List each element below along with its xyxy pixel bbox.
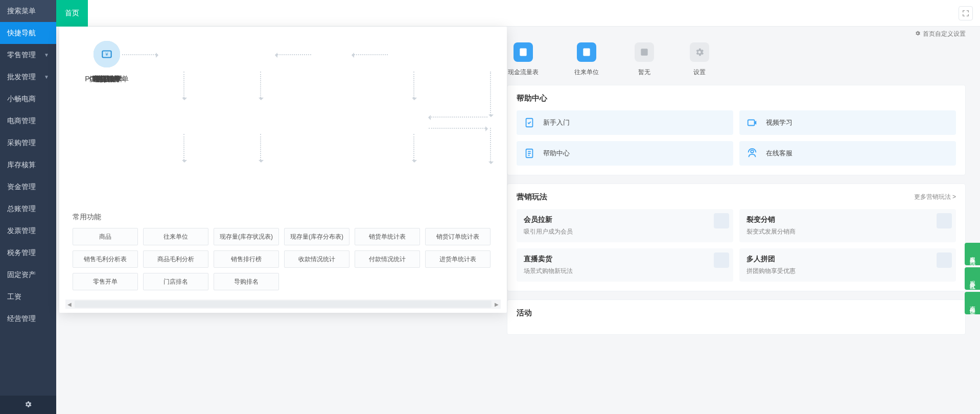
help-icon [524, 117, 535, 128]
sidebar-item-3[interactable]: 批发管理▼ [0, 66, 56, 88]
activity-title: 活动 [517, 308, 532, 318]
common-fn-0[interactable]: 商品 [73, 228, 138, 245]
common-fn-5[interactable]: 销货订单统计表 [425, 228, 491, 245]
common-fn-13[interactable]: 门店排名 [143, 273, 208, 290]
chevron-down-icon: ▼ [44, 52, 49, 58]
arrow [429, 117, 487, 118]
help-label: 新手入门 [543, 118, 570, 127]
common-fn-4[interactable]: 销货单统计表 [355, 228, 420, 245]
marketing-item-3[interactable]: 多人拼团拼团购物享受优惠 [739, 248, 956, 282]
help-icon [524, 148, 535, 159]
common-fn-8[interactable]: 销售排行榜 [214, 250, 279, 268]
marketing-item-0[interactable]: 会员拉新吸引用户成为会员 [517, 209, 733, 242]
svg-rect-24 [748, 120, 755, 126]
marketing-card: 营销玩法 更多营销玩法 > 会员拉新吸引用户成为会员裂变分销裂变式发展分销商直播… [507, 183, 966, 291]
right-panels: 首页自定义设置 现金流量表往来单位暂无设置 帮助中心 新手入门视频学习帮助中心在… [507, 30, 966, 335]
svg-text:¥: ¥ [105, 51, 108, 57]
help-icon [746, 117, 758, 128]
arrow [260, 134, 261, 162]
svg-rect-20 [520, 49, 526, 56]
help-center-title: 帮助中心 [517, 94, 547, 103]
arrow [183, 134, 184, 162]
sidebar-item-1[interactable]: 快捷导航 [0, 22, 56, 44]
marketing-item-1[interactable]: 裂变分销裂变式发展分销商 [739, 209, 956, 242]
decoration [937, 252, 952, 268]
quick-item-0[interactable]: 现金流量表 [508, 42, 539, 77]
sidebar-item-label: 资金管理 [7, 182, 36, 192]
sidebar-item-label: 快捷导航 [7, 29, 36, 38]
float-btn-1[interactable]: 服务社区 [965, 267, 980, 290]
common-fn-2[interactable]: 现存量(库存状况表) [214, 228, 279, 245]
decoration [714, 213, 729, 228]
help-label: 视频学习 [766, 118, 792, 127]
decoration [937, 213, 952, 228]
sidebar-item-12[interactable]: 固定资产 [0, 264, 56, 286]
flyout-scrollbar[interactable]: ◀ ▶ [65, 300, 501, 309]
common-fn-10[interactable]: 付款情况统计 [355, 250, 420, 268]
quick-item-1[interactable]: 往来单位 [574, 42, 599, 77]
sidebar-item-0[interactable]: 搜索菜单 [0, 0, 56, 22]
sidebar-item-14[interactable]: 经营管理 [0, 308, 56, 330]
marketing-item-sub: 场景式购物新玩法 [524, 267, 726, 275]
svg-point-26 [751, 150, 754, 153]
float-buttons: 客服热线服务社区桌面快捷 [965, 243, 980, 314]
sidebar-item-8[interactable]: 资金管理 [0, 176, 56, 198]
fullscreen-button[interactable] [959, 6, 973, 20]
sidebar-item-label: 采购管理 [7, 139, 36, 148]
quick-item-3[interactable]: 设置 [690, 42, 709, 77]
quick-label: 往来单位 [574, 68, 599, 77]
sidebar-item-11[interactable]: 税务管理 [0, 242, 56, 264]
sidebar-item-9[interactable]: 总账管理 [0, 198, 56, 220]
arrow [352, 54, 388, 55]
sidebar-item-label: 固定资产 [7, 270, 36, 280]
sidebar-item-label: 发票管理 [7, 226, 36, 236]
scroll-track[interactable] [75, 301, 492, 308]
marketing-more-link[interactable]: 更多营销玩法 > [914, 193, 956, 201]
common-fn-9[interactable]: 收款情况统计 [284, 250, 349, 268]
marketing-item-sub: 裂变式发展分销商 [746, 227, 949, 236]
scroll-left-icon[interactable]: ◀ [65, 300, 74, 308]
tab-home[interactable]: 首页 [56, 0, 88, 27]
common-fn-12[interactable]: 零售开单 [73, 273, 138, 290]
common-fn-3[interactable]: 现存量(库存分布表) [284, 228, 349, 245]
quick-label: 暂无 [638, 68, 650, 77]
sidebar-item-7[interactable]: 库存核算 [0, 154, 56, 176]
common-fn-1[interactable]: 往来单位 [143, 228, 208, 245]
sidebar-item-label: 库存核算 [7, 160, 36, 170]
sidebar-item-10[interactable]: 发票管理 [0, 220, 56, 242]
sidebar-item-4[interactable]: 小畅电商 [0, 88, 56, 110]
help-item-0[interactable]: 新手入门 [517, 110, 733, 135]
float-btn-0[interactable]: 客服热线 [965, 243, 980, 265]
arrow [183, 72, 184, 100]
node-retail-settle[interactable]: ¥零售结算 [68, 41, 145, 84]
common-functions-grid: 商品往来单位现存量(库存状况表)现存量(库存分布表)销货单统计表销货订单统计表销… [68, 228, 498, 290]
help-item-1[interactable]: 视频学习 [739, 110, 956, 135]
float-btn-2[interactable]: 桌面快捷 [965, 292, 980, 314]
sidebar-item-2[interactable]: 零售管理▼ [0, 44, 56, 66]
flow-diagram: 进货订单 进货单 销货单 销售订单 商城订单 POS收银开单 ¥付款单 ¥收款单… [68, 41, 498, 210]
quick-item-2[interactable]: 暂无 [635, 42, 654, 77]
marketing-item-2[interactable]: 直播卖货场景式购物新玩法 [517, 248, 733, 282]
common-fn-6[interactable]: 销售毛利分析表 [73, 250, 138, 268]
common-functions-title: 常用功能 [73, 213, 498, 222]
arrow [260, 72, 261, 100]
common-fn-14[interactable]: 导购排名 [214, 273, 279, 290]
sidebar-item-13[interactable]: 工资 [0, 286, 56, 308]
sidebar-settings-button[interactable] [0, 396, 56, 414]
common-fn-11[interactable]: 进货单统计表 [425, 250, 491, 268]
quick-icon [577, 42, 596, 62]
quick-label: 现金流量表 [508, 68, 539, 77]
sidebar-item-6[interactable]: 采购管理 [0, 132, 56, 154]
help-item-2[interactable]: 帮助中心 [517, 141, 733, 166]
decoration [714, 252, 729, 268]
sidebar-item-label: 小畅电商 [7, 95, 36, 104]
gear-icon [24, 400, 32, 410]
marketing-item-sub: 拼团购物享受优惠 [746, 267, 949, 275]
homepage-custom-link[interactable]: 首页自定义设置 [507, 30, 966, 38]
help-item-3[interactable]: 在线客服 [739, 141, 956, 166]
sidebar-item-5[interactable]: 电商管理 [0, 110, 56, 132]
common-fn-7[interactable]: 商品毛利分析 [143, 250, 208, 268]
svg-rect-22 [641, 49, 647, 55]
scroll-right-icon[interactable]: ▶ [493, 300, 501, 308]
chevron-down-icon: ▼ [44, 74, 49, 80]
